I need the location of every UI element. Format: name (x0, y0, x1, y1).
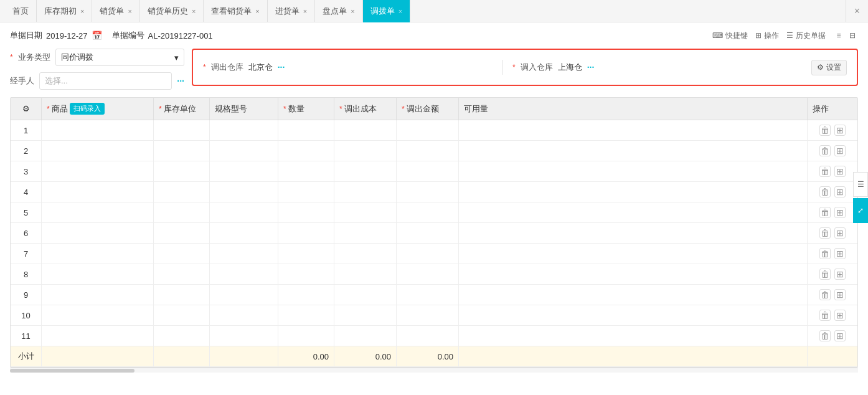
td-amount[interactable] (397, 326, 459, 346)
td-product[interactable] (42, 202, 154, 222)
td-amount[interactable] (397, 120, 459, 140)
td-quantity[interactable] (278, 264, 334, 284)
tab-inventory-init[interactable]: 库存期初 × (37, 0, 92, 22)
delete-icon[interactable]: 🗑 (819, 186, 831, 198)
td-product[interactable] (42, 305, 154, 325)
delete-icon[interactable]: 🗑 (819, 269, 831, 280)
td-cost[interactable] (334, 326, 397, 346)
scrollbar-thumb[interactable] (10, 369, 134, 373)
layout-split-icon[interactable]: ⊟ (847, 30, 858, 41)
shortcuts-link[interactable]: ⌨ 快捷键 (712, 31, 748, 41)
delete-icon[interactable]: 🗑 (819, 330, 831, 341)
td-product[interactable] (42, 223, 154, 243)
td-spec[interactable] (210, 244, 278, 264)
td-product[interactable] (42, 120, 154, 140)
td-cost[interactable] (334, 264, 397, 284)
td-unit[interactable] (154, 285, 210, 305)
td-product[interactable] (42, 285, 154, 305)
tab-transfer-order[interactable]: 调拨单 × (363, 0, 410, 22)
copy-icon[interactable]: ⊞ (834, 310, 846, 321)
td-amount[interactable] (397, 202, 459, 222)
tab-sales-order[interactable]: 销货单 × (92, 0, 139, 22)
delete-icon[interactable]: 🗑 (819, 207, 831, 218)
td-spec[interactable] (210, 182, 278, 202)
td-quantity[interactable] (278, 326, 334, 346)
sidebar-expand-btn[interactable]: ⤢ (853, 198, 868, 223)
td-unit[interactable] (154, 120, 210, 140)
tab-transfer-order-close[interactable]: × (399, 7, 402, 15)
td-unit[interactable] (154, 223, 210, 243)
td-amount[interactable] (397, 285, 459, 305)
td-quantity[interactable] (278, 141, 334, 161)
td-unit[interactable] (154, 326, 210, 346)
td-cost[interactable] (334, 305, 397, 325)
tab-purchase-order-close[interactable]: × (303, 7, 307, 15)
tab-home[interactable]: 首页 (5, 0, 37, 22)
td-unit[interactable] (154, 161, 210, 181)
history-link[interactable]: ☰ 历史单据 (786, 31, 826, 41)
td-cost[interactable] (334, 202, 397, 222)
copy-icon[interactable]: ⊞ (834, 248, 846, 259)
td-product[interactable] (42, 182, 154, 202)
window-close-button[interactable]: × (846, 0, 868, 22)
copy-icon[interactable]: ⊞ (834, 227, 846, 239)
td-unit[interactable] (154, 202, 210, 222)
copy-icon[interactable]: ⊞ (834, 289, 846, 300)
td-quantity[interactable] (278, 223, 334, 243)
business-type-select[interactable]: 同价调拨 ▾ (55, 49, 184, 66)
td-cost[interactable] (334, 141, 397, 161)
td-product[interactable] (42, 264, 154, 284)
td-amount[interactable] (397, 223, 459, 243)
td-cost[interactable] (334, 161, 397, 181)
td-quantity[interactable] (278, 202, 334, 222)
td-unit[interactable] (154, 182, 210, 202)
td-quantity[interactable] (278, 161, 334, 181)
tab-purchase-order[interactable]: 进货单 × (268, 0, 315, 22)
copy-icon[interactable]: ⊞ (834, 125, 846, 136)
td-spec[interactable] (210, 305, 278, 325)
td-spec[interactable] (210, 202, 278, 222)
td-quantity[interactable] (278, 182, 334, 202)
td-unit[interactable] (154, 305, 210, 325)
out-warehouse-more-icon[interactable]: ··· (278, 62, 285, 72)
td-cost[interactable] (334, 120, 397, 140)
copy-icon[interactable]: ⊞ (834, 145, 846, 156)
th-settings[interactable]: ⚙ (11, 98, 42, 120)
horizontal-scrollbar[interactable] (10, 368, 858, 373)
layout-single-icon[interactable]: ≡ (833, 30, 844, 41)
handler-select[interactable]: 选择... (39, 72, 172, 90)
td-amount[interactable] (397, 141, 459, 161)
td-product[interactable] (42, 326, 154, 346)
settings-button[interactable]: ⚙ 设置 (811, 60, 847, 75)
delete-icon[interactable]: 🗑 (819, 125, 831, 136)
copy-icon[interactable]: ⊞ (834, 166, 846, 177)
calendar-icon[interactable]: 📅 (92, 31, 102, 40)
td-unit[interactable] (154, 244, 210, 264)
tab-sales-history[interactable]: 销货单历史 × (140, 0, 204, 22)
copy-icon[interactable]: ⊞ (834, 207, 846, 218)
tab-view-sales-close[interactable]: × (255, 7, 259, 15)
td-spec[interactable] (210, 141, 278, 161)
td-amount[interactable] (397, 305, 459, 325)
delete-icon[interactable]: 🗑 (819, 227, 831, 239)
td-cost[interactable] (334, 223, 397, 243)
td-cost[interactable] (334, 285, 397, 305)
tab-inventory-check[interactable]: 盘点单 × (315, 0, 362, 22)
td-product[interactable] (42, 244, 154, 264)
td-spec[interactable] (210, 161, 278, 181)
td-quantity[interactable] (278, 285, 334, 305)
td-unit[interactable] (154, 264, 210, 284)
copy-icon[interactable]: ⊞ (834, 269, 846, 280)
td-spec[interactable] (210, 120, 278, 140)
sidebar-list-btn[interactable]: ☰ (853, 172, 868, 197)
in-warehouse-more-icon[interactable]: ··· (587, 62, 595, 72)
td-cost[interactable] (334, 182, 397, 202)
tab-inventory-check-close[interactable]: × (351, 7, 354, 15)
td-spec[interactable] (210, 223, 278, 243)
td-unit[interactable] (154, 141, 210, 161)
copy-icon[interactable]: ⊞ (834, 330, 846, 341)
td-quantity[interactable] (278, 305, 334, 325)
tab-sales-history-close[interactable]: × (192, 7, 196, 15)
handler-more-icon[interactable]: ··· (177, 76, 184, 86)
td-amount[interactable] (397, 244, 459, 264)
